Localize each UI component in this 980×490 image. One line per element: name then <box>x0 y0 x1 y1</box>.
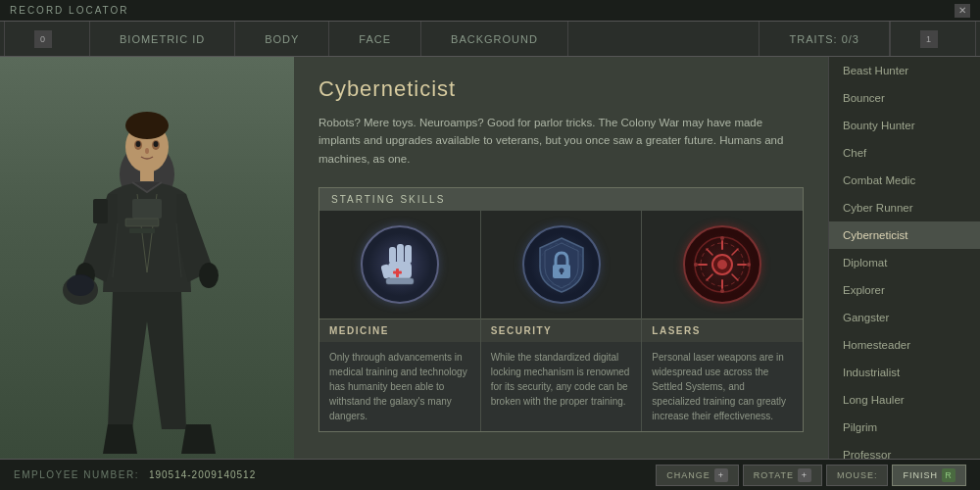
nav-right-button[interactable]: 1 <box>890 22 976 56</box>
svg-point-11 <box>199 263 219 288</box>
svg-point-43 <box>720 236 724 240</box>
svg-rect-21 <box>397 244 404 264</box>
svg-point-7 <box>145 148 149 154</box>
employee-label: EMPLOYEE NUMBER: <box>14 469 139 480</box>
svg-line-41 <box>732 249 738 255</box>
skill-desc-medicine: Only through advancements in medical tra… <box>319 342 480 431</box>
skill-card-medicine: MEDICINE Only through advancements in me… <box>319 211 481 431</box>
svg-rect-20 <box>389 247 396 264</box>
bottom-bar: EMPLOYEE NUMBER: 190514-2009140512 CHANG… <box>0 459 980 490</box>
svg-rect-29 <box>561 270 563 274</box>
sidebar-item-professor[interactable]: Professor <box>829 441 980 459</box>
tab-face[interactable]: FACE <box>329 22 421 56</box>
rotate-button[interactable]: ROTATE + <box>743 465 822 486</box>
skill-name-medicine: MEDICINE <box>319 318 480 342</box>
svg-point-6 <box>154 141 159 147</box>
svg-line-42 <box>707 274 712 280</box>
svg-rect-16 <box>125 219 159 226</box>
medicine-icon-circle <box>361 225 439 304</box>
svg-rect-17 <box>129 228 155 233</box>
skill-card-security: SECURITY While the standardized digital … <box>481 211 643 431</box>
tab-background[interactable]: BACKGROUND <box>421 22 568 56</box>
sidebar-item-combat-medic[interactable]: Combat Medic <box>829 167 980 194</box>
skills-header: STARTING SKILLS <box>319 188 803 211</box>
svg-rect-25 <box>393 271 402 274</box>
skill-icon-area-medicine <box>319 211 480 318</box>
sidebar-item-gangster[interactable]: Gangster <box>829 304 980 331</box>
skill-desc-lasers: Personal laser weapons are in widespread… <box>642 342 803 431</box>
svg-point-13 <box>67 274 94 296</box>
sidebar-list: Beast HunterBouncerBounty HunterChefComb… <box>828 57 980 459</box>
skill-icon-area-security <box>481 211 642 318</box>
sidebar-item-explorer[interactable]: Explorer <box>829 276 980 304</box>
svg-rect-22 <box>405 245 412 264</box>
nav-left-num: 0 <box>34 30 52 48</box>
security-icon-circle <box>522 225 601 304</box>
sidebar-item-bounty-hunter[interactable]: Bounty Hunter <box>829 112 980 139</box>
skills-section: STARTING SKILLS <box>318 187 804 432</box>
sidebar-item-long-hauler[interactable]: Long Hauler <box>829 386 980 414</box>
nav-left-button[interactable]: 0 <box>4 22 90 56</box>
svg-rect-9 <box>132 199 162 219</box>
lasers-icon-circle <box>683 225 761 304</box>
skills-grid: MEDICINE Only through advancements in me… <box>319 211 803 431</box>
nav-right-num: 1 <box>920 30 938 48</box>
rotate-key: + <box>798 468 811 482</box>
svg-point-44 <box>720 289 724 293</box>
svg-point-5 <box>136 141 141 147</box>
svg-rect-26 <box>386 278 414 284</box>
skill-desc-security: While the standardized digital locking m… <box>481 342 642 416</box>
sidebar-item-bouncer[interactable]: Bouncer <box>829 84 980 112</box>
finish-button[interactable]: FINISH R <box>892 465 966 486</box>
close-icon[interactable]: ✕ <box>955 4 970 18</box>
nav-right-area: TRAITS: 0/3 1 <box>759 22 976 56</box>
employee-number: 190514-2009140512 <box>149 469 256 480</box>
change-button[interactable]: CHANGE + <box>656 465 739 486</box>
svg-point-2 <box>125 112 169 139</box>
svg-rect-19 <box>388 262 412 279</box>
sidebar-item-cyber-runner[interactable]: Cyber Runner <box>829 194 980 221</box>
sidebar-item-industrialist[interactable]: Industrialist <box>829 359 980 386</box>
lasers-svg-icon <box>691 233 755 297</box>
main-content: Cyberneticist Robots? Mere toys. Neuroam… <box>0 57 980 459</box>
skill-icon-area-lasers <box>642 211 803 318</box>
skill-name-lasers: LASERS <box>642 318 803 342</box>
svg-point-34 <box>717 260 727 270</box>
character-silhouette <box>39 96 255 459</box>
sidebar-item-diplomat[interactable]: Diplomat <box>829 249 980 276</box>
svg-line-40 <box>732 274 738 280</box>
skill-name-security: SECURITY <box>481 318 642 342</box>
sidebar-item-cyberneticist[interactable]: Cyberneticist <box>829 221 980 249</box>
tab-body[interactable]: BODY <box>235 22 329 56</box>
portrait-area <box>0 57 294 459</box>
window-title: RECORD LOCATOR <box>10 5 129 16</box>
details-panel: Cyberneticist Robots? Mere toys. Neuroam… <box>294 57 828 459</box>
sidebar-item-pilgrim[interactable]: Pilgrim <box>829 414 980 441</box>
sidebar-item-chef[interactable]: Chef <box>829 139 980 167</box>
skill-card-lasers: LASERS Personal laser weapons are in wid… <box>642 211 803 431</box>
svg-rect-18 <box>93 199 108 223</box>
tab-traits[interactable]: TRAITS: 0/3 <box>759 22 890 56</box>
background-title: Cyberneticist <box>318 76 804 102</box>
nav-tabs: 0 BIOMETRIC ID BODY FACE BACKGROUND TRAI… <box>0 22 980 57</box>
medicine-svg-icon <box>370 235 429 294</box>
mouse-button: MOUSE: <box>826 465 889 486</box>
bottom-buttons: CHANGE + ROTATE + MOUSE: FINISH R <box>656 465 966 486</box>
finish-key: R <box>942 468 956 482</box>
svg-point-46 <box>747 263 751 267</box>
character-portrait <box>0 57 294 459</box>
background-description: Robots? Mere toys. Neuroamps? Good for p… <box>318 114 804 168</box>
svg-line-39 <box>707 249 712 255</box>
sidebar-item-beast-hunter[interactable]: Beast Hunter <box>829 57 980 84</box>
security-svg-icon <box>532 233 591 297</box>
tab-biometric-id[interactable]: BIOMETRIC ID <box>90 22 235 56</box>
svg-point-45 <box>694 263 698 267</box>
svg-rect-8 <box>140 170 154 181</box>
change-key: + <box>714 468 728 482</box>
top-bar: RECORD LOCATOR ✕ <box>0 0 980 22</box>
sidebar-item-homesteader[interactable]: Homesteader <box>829 331 980 359</box>
